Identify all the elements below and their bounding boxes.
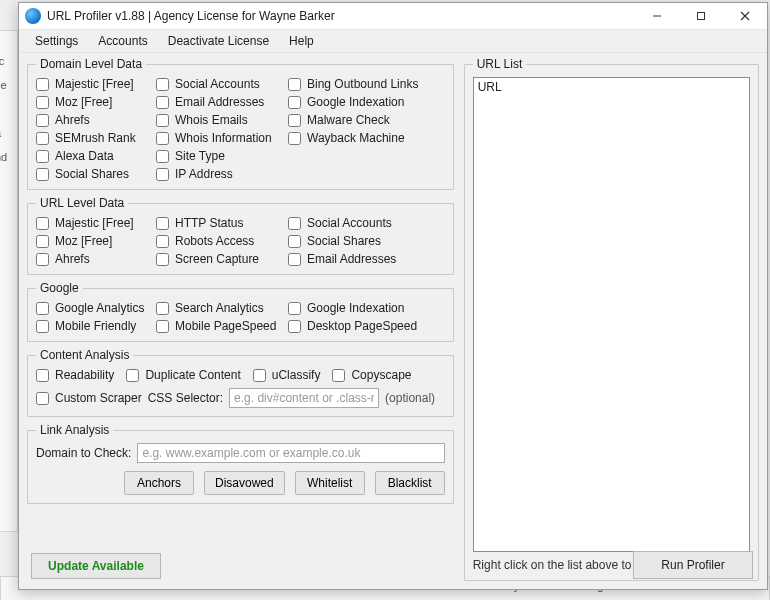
- checkbox-input[interactable]: [288, 253, 301, 266]
- background-window-left: ce rc a nd: [0, 30, 18, 532]
- checkbox-label: Whois Emails: [175, 113, 248, 127]
- checkbox-input[interactable]: [36, 132, 49, 145]
- checkbox-input[interactable]: [36, 369, 49, 382]
- checkbox-semrush-rank[interactable]: SEMrush Rank: [36, 131, 154, 145]
- checkbox-input[interactable]: [332, 369, 345, 382]
- checkbox-bing-outbound-links[interactable]: Bing Outbound Links: [288, 77, 434, 91]
- checkbox-input[interactable]: [288, 114, 301, 127]
- checkbox-input[interactable]: [156, 302, 169, 315]
- checkbox-input[interactable]: [156, 253, 169, 266]
- checkbox-input[interactable]: [36, 78, 49, 91]
- checkbox-robots-access[interactable]: Robots Access: [156, 234, 286, 248]
- checkbox-mobile-pagespeed[interactable]: Mobile PageSpeed: [156, 319, 286, 333]
- group-legend: Google: [36, 281, 83, 295]
- checkbox-desktop-pagespeed[interactable]: Desktop PageSpeed: [288, 319, 434, 333]
- checkbox-input[interactable]: [156, 320, 169, 333]
- checkbox-input[interactable]: [36, 253, 49, 266]
- checkbox-label: Wayback Machine: [307, 131, 405, 145]
- checkbox-input[interactable]: [126, 369, 139, 382]
- group-legend: Domain Level Data: [36, 57, 146, 71]
- checkbox-input[interactable]: [36, 114, 49, 127]
- minimize-button[interactable]: [635, 3, 679, 29]
- run-profiler-button[interactable]: Run Profiler: [633, 551, 753, 579]
- checkbox-input[interactable]: [156, 150, 169, 163]
- checkbox-ip-address[interactable]: IP Address: [156, 167, 286, 181]
- close-button[interactable]: [723, 3, 767, 29]
- checkbox-wayback-machine[interactable]: Wayback Machine: [288, 131, 434, 145]
- group-link-analysis: Link Analysis Domain to Check: AnchorsDi…: [27, 423, 454, 504]
- checkbox-social-accounts[interactable]: Social Accounts: [156, 77, 286, 91]
- checkbox-custom-scraper[interactable]: Custom Scraper: [36, 391, 142, 405]
- maximize-icon: [696, 11, 706, 21]
- checkbox-whois-information[interactable]: Whois Information: [156, 131, 286, 145]
- checkbox-mobile-friendly[interactable]: Mobile Friendly: [36, 319, 154, 333]
- checkbox-social-shares[interactable]: Social Shares: [288, 234, 434, 248]
- checkbox-input[interactable]: [36, 320, 49, 333]
- checkbox-input[interactable]: [156, 235, 169, 248]
- checkbox-majestic-free[interactable]: Majestic [Free]: [36, 216, 154, 230]
- checkbox-input[interactable]: [156, 217, 169, 230]
- checkbox-input[interactable]: [288, 132, 301, 145]
- checkbox-input[interactable]: [288, 96, 301, 109]
- checkbox-social-accounts[interactable]: Social Accounts: [288, 216, 434, 230]
- checkbox-input[interactable]: [36, 150, 49, 163]
- checkbox-moz-free[interactable]: Moz [Free]: [36, 234, 154, 248]
- blacklist-button[interactable]: Blacklist: [375, 471, 445, 495]
- checkbox-google-indexation[interactable]: Google Indexation: [288, 301, 434, 315]
- checkbox-input[interactable]: [36, 235, 49, 248]
- domain-to-check-input[interactable]: [137, 443, 444, 463]
- menu-deactivate-license[interactable]: Deactivate License: [158, 31, 279, 51]
- checkbox-input[interactable]: [288, 78, 301, 91]
- whitelist-button[interactable]: Whitelist: [295, 471, 365, 495]
- checkbox-input[interactable]: [156, 96, 169, 109]
- menu-help[interactable]: Help: [279, 31, 324, 51]
- checkbox-malware-check[interactable]: Malware Check: [288, 113, 434, 127]
- css-selector-input[interactable]: [229, 388, 379, 408]
- menu-settings[interactable]: Settings: [25, 31, 88, 51]
- maximize-button[interactable]: [679, 3, 723, 29]
- checkbox-readability[interactable]: Readability: [36, 368, 114, 382]
- checkbox-input[interactable]: [156, 78, 169, 91]
- checkbox-input[interactable]: [288, 320, 301, 333]
- css-selector-label: CSS Selector:: [148, 391, 223, 405]
- checkbox-ahrefs[interactable]: Ahrefs: [36, 252, 154, 266]
- checkbox-screen-capture[interactable]: Screen Capture: [156, 252, 286, 266]
- checkbox-site-type[interactable]: Site Type: [156, 149, 286, 163]
- titlebar[interactable]: URL Profiler v1.88 | Agency License for …: [19, 3, 767, 30]
- checkbox-input[interactable]: [36, 392, 49, 405]
- checkbox-input[interactable]: [36, 96, 49, 109]
- checkbox-moz-free[interactable]: Moz [Free]: [36, 95, 154, 109]
- checkbox-input[interactable]: [36, 302, 49, 315]
- checkbox-whois-emails[interactable]: Whois Emails: [156, 113, 286, 127]
- checkbox-input[interactable]: [156, 132, 169, 145]
- checkbox-input[interactable]: [156, 168, 169, 181]
- checkbox-input[interactable]: [36, 168, 49, 181]
- checkbox-label: Robots Access: [175, 234, 254, 248]
- checkbox-input[interactable]: [288, 235, 301, 248]
- checkbox-google-indexation[interactable]: Google Indexation: [288, 95, 434, 109]
- checkbox-label: Malware Check: [307, 113, 390, 127]
- checkbox-http-status[interactable]: HTTP Status: [156, 216, 286, 230]
- checkbox-input[interactable]: [36, 217, 49, 230]
- url-list[interactable]: URL: [473, 77, 750, 552]
- checkbox-google-analytics[interactable]: Google Analytics: [36, 301, 154, 315]
- checkbox-input[interactable]: [253, 369, 266, 382]
- disavowed-button[interactable]: Disavowed: [204, 471, 285, 495]
- checkbox-input[interactable]: [288, 217, 301, 230]
- checkbox-copyscape[interactable]: Copyscape: [332, 368, 411, 382]
- checkbox-duplicate-content[interactable]: Duplicate Content: [126, 368, 240, 382]
- menu-accounts[interactable]: Accounts: [88, 31, 157, 51]
- checkbox-social-shares[interactable]: Social Shares: [36, 167, 154, 181]
- anchors-button[interactable]: Anchors: [124, 471, 194, 495]
- checkbox-search-analytics[interactable]: Search Analytics: [156, 301, 286, 315]
- checkbox-majestic-free[interactable]: Majestic [Free]: [36, 77, 154, 91]
- checkbox-input[interactable]: [288, 302, 301, 315]
- content-row-1: ReadabilityDuplicate ContentuClassifyCop…: [36, 368, 445, 382]
- update-available-button[interactable]: Update Available: [31, 553, 161, 579]
- checkbox-uclassify[interactable]: uClassify: [253, 368, 321, 382]
- checkbox-input[interactable]: [156, 114, 169, 127]
- checkbox-alexa-data[interactable]: Alexa Data: [36, 149, 154, 163]
- checkbox-email-addresses[interactable]: Email Addresses: [156, 95, 286, 109]
- checkbox-ahrefs[interactable]: Ahrefs: [36, 113, 154, 127]
- checkbox-email-addresses[interactable]: Email Addresses: [288, 252, 434, 266]
